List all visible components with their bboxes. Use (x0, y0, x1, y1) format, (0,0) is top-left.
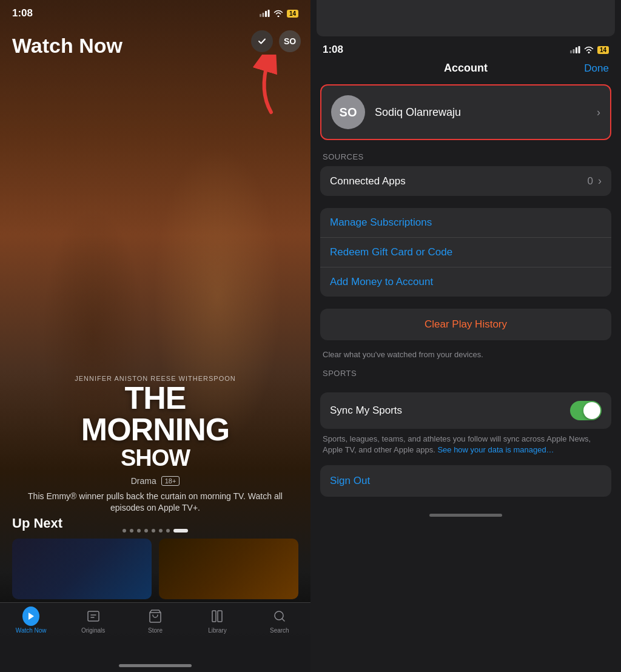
left-status-icons: 14 (260, 10, 298, 18)
genre-text: Drama (131, 476, 156, 486)
checkmark-button[interactable] (251, 30, 273, 52)
thumbnail-1[interactable] (12, 539, 152, 599)
tab-originals[interactable]: Originals (62, 608, 124, 634)
tab-store-label: Store (148, 627, 163, 634)
profile-chevron-icon: › (597, 106, 600, 119)
right-header: Account Done (310, 56, 621, 84)
genre-row: Drama 18+ (0, 476, 310, 486)
sync-sports-label: Sync My Sports (330, 405, 570, 417)
toggle-thumb (583, 402, 600, 419)
clear-play-history-button[interactable]: Clear Play History (320, 309, 611, 340)
watch-now-title: Watch Now (12, 34, 123, 58)
watch-now-tab-icon (22, 608, 39, 625)
right-signal-icon (570, 46, 580, 53)
signal-icon (260, 10, 270, 17)
user-avatar-button[interactable]: SO (279, 30, 301, 52)
svg-rect-1 (262, 13, 264, 17)
top-bar-preview (317, 0, 615, 36)
right-battery: 14 (597, 46, 609, 54)
sports-description: Sports, leagues, teams, and athletes you… (310, 429, 621, 460)
svg-rect-0 (260, 14, 261, 17)
store-icon (148, 609, 163, 623)
connected-apps-label: Connected Apps (330, 175, 588, 187)
movie-title-top: THE (0, 382, 310, 414)
sync-sports-row: Sync My Sports (320, 392, 611, 429)
right-time: 1:08 (323, 44, 343, 56)
originals-tab-icon (85, 608, 102, 625)
sports-section-label: SPORTS (310, 369, 621, 378)
profile-name: Sodiq Olanrewaju (375, 106, 597, 119)
movie-title-sub: SHOW (0, 445, 310, 471)
svg-rect-2 (265, 11, 267, 17)
actions-group: Manage Subscriptions Redeem Gift Card or… (320, 208, 611, 297)
checkmark-icon (257, 36, 267, 46)
wifi-icon (274, 10, 283, 17)
connected-apps-row[interactable]: Connected Apps 0 › (320, 166, 611, 196)
library-icon (210, 609, 224, 623)
tab-watch-now-label: Watch Now (16, 627, 47, 634)
svg-rect-7 (212, 611, 216, 622)
right-status-bar: 1:08 14 (310, 36, 621, 56)
clear-subtitle: Clear what you've watched from your devi… (310, 345, 621, 359)
left-panel: 1:08 14 Watch Now SO (0, 0, 310, 672)
left-battery: 14 (287, 10, 298, 18)
top-right-buttons: SO (251, 30, 301, 52)
home-indicator-left (119, 664, 192, 667)
tab-store[interactable]: Store (124, 608, 186, 634)
sync-sports-toggle[interactable] (570, 401, 602, 420)
store-tab-icon (147, 608, 164, 625)
left-status-bar: 1:08 14 (0, 0, 310, 27)
right-panel: 1:08 14 Account Done SO Sodi (310, 0, 621, 672)
redeem-gift-card-label: Redeem Gift Card or Code (330, 246, 602, 258)
right-wifi-icon (584, 46, 594, 53)
tab-originals-label: Originals (81, 627, 105, 634)
svg-rect-13 (578, 46, 580, 53)
thumbnail-2[interactable] (159, 539, 298, 599)
avatar: SO (331, 95, 365, 129)
add-money-row[interactable]: Add Money to Account (320, 267, 611, 297)
search-tab-icon (271, 608, 288, 625)
sign-out-label: Sign Out (330, 475, 370, 486)
search-icon (272, 609, 287, 623)
right-status-icons: 14 (570, 46, 609, 54)
avatar-initials: SO (284, 36, 296, 46)
movie-title-main: MORNING (0, 414, 310, 445)
profile-card[interactable]: SO Sodiq Olanrewaju › (320, 84, 611, 140)
svg-rect-10 (570, 50, 572, 53)
svg-rect-3 (267, 10, 269, 17)
tab-search[interactable]: Search (249, 608, 310, 634)
done-button[interactable]: Done (584, 62, 609, 74)
sources-label: SOURCES (310, 152, 621, 161)
svg-rect-5 (88, 611, 99, 621)
account-title: Account (418, 62, 513, 75)
sign-out-button[interactable]: Sign Out (320, 465, 611, 497)
sources-group: Connected Apps 0 › (320, 166, 611, 196)
add-money-label: Add Money to Account (330, 276, 602, 288)
rating-badge: 18+ (161, 476, 180, 486)
svg-rect-8 (218, 611, 222, 622)
play-circle-icon (22, 606, 39, 626)
movie-info: JENNIFER ANISTON REESE WITHERSPOON THE M… (0, 375, 310, 514)
redeem-gift-card-row[interactable]: Redeem Gift Card or Code (320, 238, 611, 267)
manage-subscriptions-row[interactable]: Manage Subscriptions (320, 208, 611, 238)
svg-rect-11 (572, 49, 574, 53)
left-time: 1:08 (12, 7, 33, 19)
tab-watch-now[interactable]: Watch Now (0, 608, 62, 634)
connected-apps-count: 0 (588, 175, 593, 187)
tab-bar: Watch Now Originals Store (0, 602, 310, 672)
connected-apps-chevron-icon: › (598, 175, 602, 187)
tab-search-label: Search (270, 627, 289, 634)
play-icon (27, 612, 35, 620)
svg-point-14 (588, 52, 589, 53)
up-next-section: Up Next (0, 516, 310, 599)
tab-library[interactable]: Library (186, 608, 248, 634)
clear-play-history-label: Clear Play History (425, 318, 507, 330)
sports-data-link[interactable]: See how your data is managed… (437, 445, 554, 454)
tab-library-label: Library (208, 627, 227, 634)
home-indicator-right (429, 514, 502, 517)
avatar-initials-right: SO (340, 106, 357, 119)
manage-subscriptions-label: Manage Subscriptions (330, 217, 602, 229)
movie-description: This Emmy® winner pulls back the curtain… (0, 491, 310, 514)
originals-icon (86, 609, 101, 623)
library-tab-icon (209, 608, 226, 625)
